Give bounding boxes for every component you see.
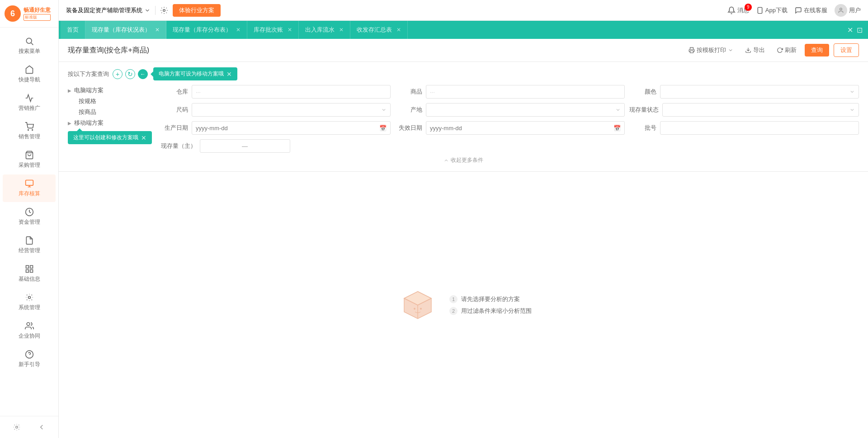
user-avatar-icon — [838, 7, 844, 14]
size-field: 尺码 — [161, 103, 391, 117]
scheme-mobile[interactable]: ▶ 移动端方案 — [68, 118, 152, 128]
inv-status-select[interactable] — [662, 103, 859, 117]
color-select[interactable] — [660, 85, 859, 99]
tab-inout-flow-close[interactable]: ✕ — [339, 27, 344, 33]
origin-dropdown-icon — [615, 107, 621, 113]
tab-inout-flow[interactable]: 出入库流水 ✕ — [299, 21, 350, 39]
batch-label: 批号 — [629, 124, 656, 132]
scheme-list-area: ▶ 电脑端方案 按规格 按商品 ▶ 移动端方案 — [68, 85, 859, 153]
tab-batch-ledger-label: 库存批次账 — [254, 26, 283, 34]
goods-select[interactable]: ··· — [426, 85, 625, 99]
gear-icon[interactable] — [160, 6, 168, 14]
sidebar-menu: 搜索菜单 快捷导航 营销推广 销售管理 — [0, 28, 58, 416]
header-right: 9 消息 App下载 在线客服 — [727, 4, 861, 17]
sidebar-item-basic[interactable]: 基础信息 — [3, 260, 56, 287]
online-support-btn[interactable]: 在线客服 — [795, 6, 827, 14]
refresh-scheme-btn[interactable]: ↻ — [125, 69, 135, 79]
scheme-item-by-goods[interactable]: 按商品 — [79, 107, 152, 118]
add-scheme-btn[interactable]: + — [113, 69, 123, 79]
sidebar-item-operations-label: 经营管理 — [19, 247, 40, 254]
tab-batch-ledger[interactable]: 库存批次账 ✕ — [247, 21, 299, 39]
sidebar-item-marketing[interactable]: 营销推广 — [3, 89, 56, 117]
filter-row-3: 生产日期 📅 失效日期 📅 — [161, 121, 859, 135]
tooltip1-close[interactable]: ✕ — [226, 71, 232, 78]
notification-icon — [727, 6, 736, 14]
scheme-list-panel: ▶ 电脑端方案 按规格 按商品 ▶ 移动端方案 — [68, 85, 152, 144]
tab-delivery-summary[interactable]: 收发存汇总表 ✕ — [350, 21, 408, 39]
collapse-filter-btn[interactable]: 收起更多条件 — [68, 153, 859, 166]
origin-select[interactable] — [426, 103, 625, 117]
settings-footer-btn[interactable] — [10, 421, 23, 433]
sidebar-item-sales[interactable]: 销售管理 — [3, 118, 56, 145]
sidebar-item-operations[interactable]: 经营管理 — [3, 231, 56, 259]
sidebar-item-search[interactable]: 搜索菜单 — [3, 32, 56, 60]
header-divider — [155, 6, 156, 15]
expiry-date-calendar-icon[interactable]: 📅 — [613, 125, 621, 132]
notification-btn[interactable]: 9 消息 — [727, 6, 749, 14]
purchase-icon — [25, 151, 34, 160]
export-btn[interactable]: 导出 — [741, 44, 769, 56]
expiry-date-input-wrap[interactable]: 📅 — [426, 121, 625, 135]
industry-btn[interactable]: 体验行业方案 — [173, 4, 221, 17]
sidebar-item-enterprise[interactable]: 企业协同 — [3, 317, 56, 344]
app-download-btn[interactable]: App下载 — [756, 6, 788, 14]
user-area[interactable]: 用户 — [835, 4, 861, 17]
maximize-btn[interactable]: ⊡ — [857, 26, 863, 34]
page-title: 现存量查询(按仓库+商品) — [68, 46, 149, 55]
tab-home-label: 首页 — [67, 26, 79, 34]
goods-dots: ··· — [430, 89, 435, 95]
svg-rect-5 — [25, 180, 33, 186]
sidebar-footer — [0, 416, 58, 438]
empty-icon — [395, 287, 440, 323]
svg-point-15 — [163, 9, 165, 11]
filter-row-4: 现存量（主） — — [161, 139, 859, 153]
size-select[interactable] — [192, 103, 391, 117]
refresh-btn-label: 刷新 — [785, 46, 797, 54]
collapse-sidebar-btn[interactable] — [35, 421, 48, 433]
warehouse-dots: ··· — [196, 89, 201, 95]
expiry-date-input[interactable] — [430, 125, 613, 132]
production-date-input[interactable] — [196, 125, 379, 132]
inventory-main-from-input[interactable] — [204, 143, 240, 150]
print-btn[interactable]: 按模板打印 — [685, 44, 737, 56]
back-scheme-btn[interactable]: ← — [138, 69, 148, 79]
tooltip1-text: 电脑方案可设为移动方案哦 — [159, 70, 224, 78]
content-area: 现存量查询(按仓库+商品) 按模板打印 — [59, 39, 868, 438]
sidebar-item-system[interactable]: 系统管理 — [3, 288, 56, 316]
size-dropdown-icon — [381, 107, 387, 113]
tab-inventory-dist-close[interactable]: ✕ — [236, 27, 241, 33]
sidebar-item-inventory[interactable]: 库存核算 — [3, 174, 56, 202]
sidebar-item-purchase[interactable]: 采购管理 — [3, 146, 56, 174]
scheme-desktop-arrow: ▶ — [68, 88, 71, 93]
system-icon — [25, 293, 34, 302]
tab-inventory-dist[interactable]: 现存量（库存分布表） ✕ — [166, 21, 247, 39]
warehouse-select[interactable]: ··· — [192, 85, 391, 99]
close-all-tabs-btn[interactable]: ✕ — [847, 26, 853, 34]
sidebar-item-enterprise-label: 企业协同 — [19, 332, 40, 340]
user-label: 用户 — [849, 6, 861, 14]
tooltip2-close[interactable]: ✕ — [141, 134, 146, 141]
tabs-actions: ✕ ⊡ — [847, 26, 866, 34]
warehouse-label: 仓库 — [161, 88, 188, 96]
refresh-btn[interactable]: 刷新 — [773, 44, 800, 56]
system-name-dropdown[interactable]: 装备及固定资产辅助管理系统 — [66, 6, 151, 14]
tab-inventory-status[interactable]: 现存量（库存状况表） ✕ — [85, 21, 166, 39]
scheme-desktop[interactable]: ▶ 电脑端方案 — [68, 85, 152, 96]
tab-batch-ledger-close[interactable]: ✕ — [288, 27, 292, 33]
settings-btn[interactable]: 设置 — [834, 43, 859, 57]
expiry-date-field: 失效日期 📅 — [395, 121, 625, 135]
batch-input[interactable] — [660, 121, 859, 135]
scheme-item-by-spec[interactable]: 按规格 — [79, 96, 152, 107]
production-date-calendar-icon[interactable]: 📅 — [379, 125, 387, 132]
search-btn[interactable]: 查询 — [805, 44, 829, 57]
tab-home[interactable]: 首页 — [61, 21, 85, 39]
tab-inventory-status-close[interactable]: ✕ — [155, 27, 160, 33]
sidebar-item-finance[interactable]: 资金管理 — [3, 203, 56, 231]
tab-delivery-summary-close[interactable]: ✕ — [396, 27, 401, 33]
scheme-desktop-label: 电脑端方案 — [74, 86, 104, 94]
tabs-bar: 首页 现存量（库存状况表） ✕ 现存量（库存分布表） ✕ 库存批次账 ✕ 出入库… — [59, 21, 868, 39]
tooltip-bubble-2: 这里可以创建和修改方案哦 ✕ — [68, 131, 152, 144]
sidebar-item-guide[interactable]: 新手引导 — [3, 345, 56, 373]
production-date-input-wrap[interactable]: 📅 — [192, 121, 391, 135]
sidebar-item-nav[interactable]: 快捷导航 — [3, 61, 56, 88]
